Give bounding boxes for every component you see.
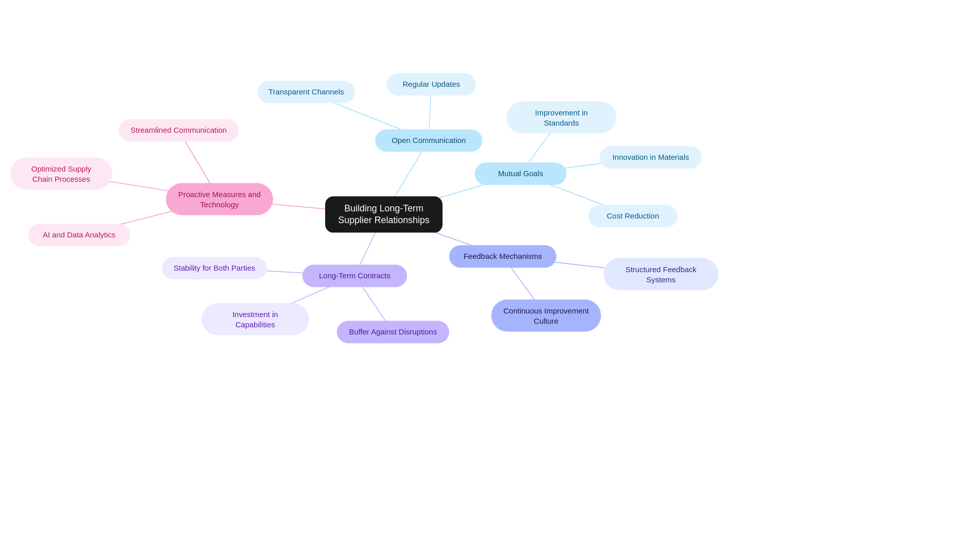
streamlined-communication-node: Streamlined Communication (119, 119, 239, 141)
mindmap-container: Building Long-Term Supplier Relationship… (0, 0, 980, 553)
innovation-materials-node: Innovation in Materials (600, 146, 702, 169)
center-node: Building Long-Term Supplier Relationship… (325, 197, 443, 233)
buffer-disruptions-node: Buffer Against Disruptions (337, 321, 449, 343)
improvement-standards-node: Improvement in Standards (507, 102, 617, 134)
transparent-channels-node: Transparent Channels (258, 81, 355, 103)
connection-lines (0, 0, 980, 553)
stability-both-parties-node: Stability for Both Parties (162, 257, 267, 279)
open-communication-node: Open Communication (375, 129, 482, 152)
long-term-contracts-node: Long-Term Contracts (303, 265, 407, 287)
optimized-supply-chain-node: Optimized Supply Chain Processes (10, 158, 112, 190)
structured-feedback-node: Structured Feedback Systems (604, 258, 719, 291)
regular-updates-node: Regular Updates (387, 73, 476, 95)
mutual-goals-node: Mutual Goals (475, 162, 567, 185)
proactive-measures-node: Proactive Measures and Technology (166, 183, 273, 215)
ai-data-analytics-node: AI and Data Analytics (28, 224, 130, 246)
feedback-mechanisms-node: Feedback Mechanisms (449, 245, 556, 268)
continuous-improvement-node: Continuous Improvement Culture (492, 300, 601, 332)
investment-capabilities-node: Investment in Capabilities (202, 303, 309, 335)
cost-reduction-node: Cost Reduction (589, 205, 678, 227)
